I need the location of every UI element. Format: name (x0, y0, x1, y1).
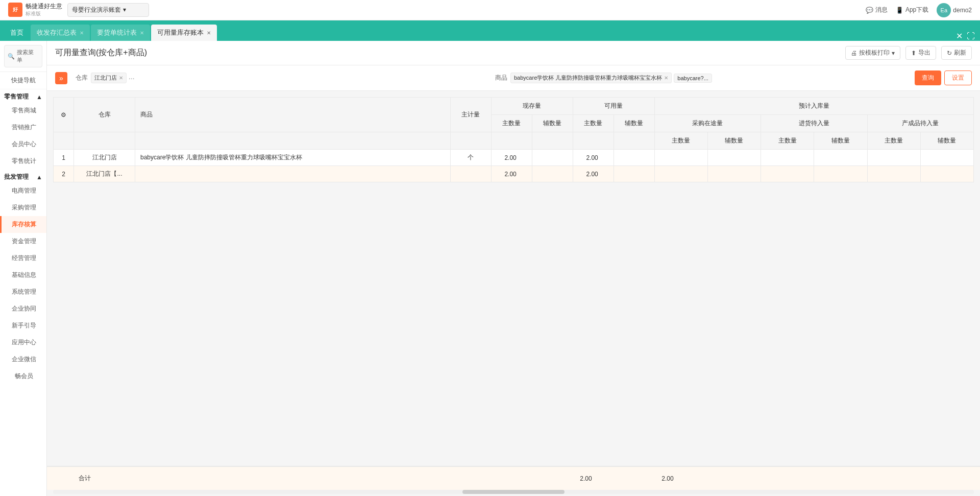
export-button[interactable]: ⬆ 导出 (905, 46, 936, 60)
th-empty6 (532, 132, 573, 150)
product-tag-2-value: babycare?... (677, 75, 708, 81)
sidebar-item-marketing[interactable]: 营销推广 (0, 119, 46, 136)
row1-warehouse: 江北门店 (74, 150, 135, 166)
th-available-group: 可用量 (573, 98, 654, 115)
row1-prod-pending-main (867, 150, 920, 166)
settings-icon[interactable]: ⚙ (61, 111, 66, 119)
sidebar-item-member2[interactable]: 畅会员 (0, 368, 46, 385)
finance-label: 资金管理 (12, 237, 36, 246)
message-action[interactable]: 💬 消息 (866, 6, 888, 14)
sidebar-item-newbie[interactable]: 新手引导 (0, 317, 46, 334)
footer-avail-main: 2.00 (647, 471, 688, 486)
th-empty (54, 132, 74, 150)
th-unit: 主计量 (450, 98, 491, 132)
avatar: Ea (937, 3, 951, 17)
row2-unit (450, 166, 491, 182)
sidebar-item-finance[interactable]: 资金管理 (0, 233, 46, 250)
row1-avail-main: 2.00 (573, 150, 614, 166)
search-menu-button[interactable]: 🔍 搜索菜单 (4, 45, 42, 67)
user-area[interactable]: Ea demo2 (937, 3, 972, 17)
sidebar-section-retail[interactable]: 零售管理 ▲ (0, 89, 46, 102)
top-bar: 好 畅捷通好生意 标准版 母婴行业演示账套 ▾ 💬 消息 📱 App下载 Ea … (0, 0, 980, 20)
sidebar-item-wechat[interactable]: 企业微信 (0, 351, 46, 368)
sidebar-item-retail-mall[interactable]: 零售商城 (0, 102, 46, 119)
app-center-label: 应用中心 (12, 338, 36, 347)
page-header: 可用量查询(按仓库+商品) 🖨 按模板打印 ▾ ⬆ 导出 ↻ 刷新 (47, 41, 980, 65)
th-pending-aux: 辅数量 (814, 132, 867, 150)
remove-product-tag-1-icon[interactable]: ✕ (664, 75, 668, 81)
footer-empty (53, 471, 74, 486)
tab-shoufa[interactable]: 收发存汇总表 ✕ (31, 25, 90, 41)
row2-purchase-pending-main (761, 166, 814, 182)
row1-purchase-pending-aux (814, 150, 867, 166)
phone-icon: 📱 (896, 7, 903, 14)
refresh-button[interactable]: ↻ 刷新 (941, 46, 972, 60)
horizontal-scrollbar[interactable] (53, 490, 974, 494)
row1-no: 1 (54, 150, 74, 166)
close-all-icon[interactable]: ✕ (956, 31, 963, 41)
tab-home[interactable]: 首页 (4, 25, 30, 41)
query-button[interactable]: 查询 (915, 70, 941, 85)
app-download-action[interactable]: 📱 App下载 (896, 6, 928, 14)
row1-purchase-pending-main (761, 150, 814, 166)
th-empty2 (74, 132, 135, 150)
sidebar-item-ecommerce[interactable]: 电商管理 (0, 182, 46, 199)
nav-tabs: 首页 收发存汇总表 ✕ 要货单统计表 ✕ 可用量库存账本 ✕ ✕ ⛶ (0, 20, 980, 41)
search-icon: 🔍 (8, 53, 15, 60)
filter-expand-button[interactable]: » (55, 72, 67, 84)
th-inv-aux: 辅数量 (532, 115, 573, 132)
scrollbar-thumb[interactable] (462, 490, 565, 494)
main-layout: 🔍 搜索菜单 快捷导航 零售管理 ▲ 零售商城 营销推广 会员中心 零售统计 批… (0, 41, 980, 496)
print-label: 按模板打印 (859, 49, 890, 57)
home-label: 首页 (10, 28, 23, 37)
sidebar-item-operation[interactable]: 经营管理 (0, 250, 46, 267)
retail-mall-label: 零售商城 (12, 106, 36, 115)
table-row: 1 江北门店 babycare学饮杯 儿童防摔防撞吸管杯重力球吸嘴杯宝宝水杯 个… (54, 150, 974, 166)
sidebar-item-enterprise[interactable]: 企业协同 (0, 300, 46, 317)
th-purchase-transit: 采购在途量 (654, 115, 761, 132)
close-icon[interactable]: ✕ (140, 30, 144, 36)
close-icon[interactable]: ✕ (207, 30, 211, 36)
footer-pp-main (811, 471, 851, 486)
sidebar-item-member[interactable]: 会员中心 (0, 136, 46, 153)
sidebar-item-basic-info[interactable]: 基础信息 (0, 267, 46, 284)
tab-keyongliang-label: 可用量库存账本 (157, 28, 204, 37)
th-product: 商品 (135, 98, 451, 132)
fullscreen-icon[interactable]: ⛶ (967, 32, 975, 41)
workspace-selector[interactable]: 母婴行业演示账套 ▾ (67, 3, 149, 17)
print-button[interactable]: 🖨 按模板打印 ▾ (845, 46, 900, 60)
message-label: 消息 (875, 6, 888, 14)
warehouse-filter-group: 仓库 江北门店 ✕ ··· (76, 73, 487, 83)
row2-inv-aux (532, 166, 573, 182)
sidebar-item-quick-nav[interactable]: 快捷导航 (0, 72, 46, 89)
remove-warehouse-tag-icon[interactable]: ✕ (119, 75, 123, 81)
setting-button[interactable]: 设置 (944, 70, 972, 85)
tab-yaohuo[interactable]: 要货单统计表 ✕ (91, 25, 150, 41)
sidebar-item-purchase[interactable]: 采购管理 (0, 199, 46, 216)
th-empty7 (573, 132, 614, 150)
sidebar-item-inventory[interactable]: 库存核算 (0, 216, 46, 233)
footer-prod-main (892, 471, 933, 486)
row1-inv-main: 2.00 (491, 150, 532, 166)
member2-label: 畅会员 (15, 372, 33, 381)
th-purchase-aux: 辅数量 (707, 132, 761, 150)
th-production-pending: 产成品待入量 (867, 115, 974, 132)
th-purchase-main: 主数量 (654, 132, 707, 150)
logo-area: 好 畅捷通好生意 标准版 (8, 3, 62, 17)
tab-keyongliang[interactable]: 可用量库存账本 ✕ (151, 25, 217, 41)
sidebar-item-retail-stats[interactable]: 零售统计 (0, 153, 46, 170)
footer-table: 合计 2.00 2.00 (53, 471, 974, 486)
th-purchase-pending: 进货待入量 (761, 115, 867, 132)
row2-prod-pending-aux (920, 166, 973, 182)
tab-shoufa-label: 收发存汇总表 (37, 28, 77, 37)
wholesale-section-label: 批发管理 (4, 173, 29, 181)
row1-prod-pending-aux (920, 150, 973, 166)
close-icon[interactable]: ✕ (80, 30, 84, 36)
filter-more-icon[interactable]: ··· (129, 74, 135, 82)
data-table: ⚙ 仓库 商品 主计量 现存量 可用量 预计入库量 主数量 辅数量 主数量 辅数… (53, 97, 974, 182)
sidebar-item-app-center[interactable]: 应用中心 (0, 334, 46, 351)
footer-inv-aux (606, 471, 647, 486)
warehouse-tags: 江北门店 ✕ ··· (91, 73, 487, 83)
sidebar-item-system[interactable]: 系统管理 (0, 284, 46, 300)
sidebar-section-wholesale[interactable]: 批发管理 ▲ (0, 170, 46, 182)
